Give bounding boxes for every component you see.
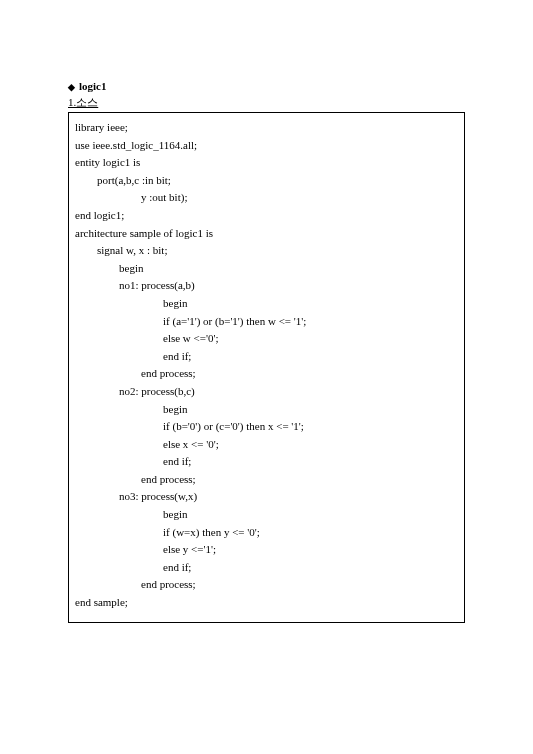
code-line: end if; [75, 559, 458, 577]
code-line: signal w, x : bit; [75, 242, 458, 260]
code-line: no2: process(b,c) [75, 383, 458, 401]
code-line: begin [75, 260, 458, 278]
code-line: y :out bit); [75, 189, 458, 207]
code-line: end process; [75, 576, 458, 594]
code-line: if (b='0') or (c='0') then x <= '1'; [75, 418, 458, 436]
code-line: else x <= '0'; [75, 436, 458, 454]
code-line: else y <='1'; [75, 541, 458, 559]
code-line: begin [75, 401, 458, 419]
code-line: port(a,b,c :in bit; [75, 172, 458, 190]
code-line: end sample; [75, 594, 458, 612]
section-subtitle: 1.소스 [68, 95, 465, 110]
code-line: begin [75, 295, 458, 313]
code-line: else w <='0'; [75, 330, 458, 348]
code-line: entity logic1 is [75, 154, 458, 172]
code-line: library ieee; [75, 119, 458, 137]
code-line: end if; [75, 348, 458, 366]
title-text: logic1 [79, 80, 107, 92]
code-line: if (w=x) then y <= '0'; [75, 524, 458, 542]
code-line: architecture sample of logic1 is [75, 225, 458, 243]
code-line: end process; [75, 365, 458, 383]
code-line: end logic1; [75, 207, 458, 225]
code-line: use ieee.std_logic_1164.all; [75, 137, 458, 155]
code-container: library ieee; use ieee.std_logic_1164.al… [68, 112, 465, 623]
code-line: end process; [75, 471, 458, 489]
code-line: no1: process(a,b) [75, 277, 458, 295]
code-line: end if; [75, 453, 458, 471]
code-line: if (a='1') or (b='1') then w <= '1'; [75, 313, 458, 331]
code-line: no3: process(w,x) [75, 488, 458, 506]
document-title: ◆logic1 [68, 80, 465, 92]
code-line: begin [75, 506, 458, 524]
diamond-bullet: ◆ [68, 82, 75, 92]
